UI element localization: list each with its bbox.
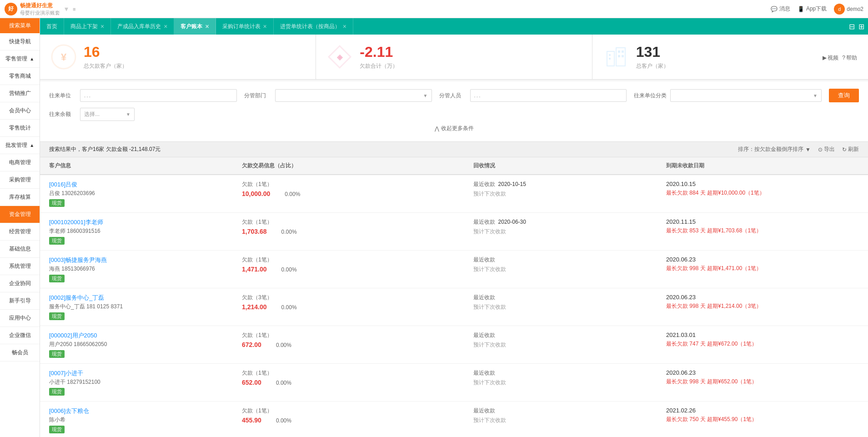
sidebar-item-retail-stats[interactable]: 零售统计 bbox=[0, 120, 40, 137]
app-download-btn[interactable]: 📱 App下载 bbox=[798, 5, 827, 13]
sidebar-item-member[interactable]: 会员中心 bbox=[0, 102, 40, 120]
message-icon: 💬 bbox=[771, 6, 778, 12]
sidebar-item-quick-nav[interactable]: 快捷导航 bbox=[0, 33, 40, 50]
sidebar-item-inventory[interactable]: 库存核算 bbox=[0, 189, 40, 206]
due-info-5: 2020.06.23 最长欠款 998 天 超期¥652.00（1笔） bbox=[666, 369, 859, 386]
filter-supplier-input[interactable]: ... bbox=[80, 89, 237, 102]
search-button[interactable]: 查询 bbox=[829, 89, 859, 102]
result-actions: 排序：按欠款金额倒序排序 ▼ ⊙ 导出 ↻ 刷新 bbox=[738, 146, 859, 153]
tab-close-customer[interactable]: × bbox=[205, 23, 209, 30]
customer-tag-4: 现货 bbox=[49, 350, 65, 358]
stat-number-total: 131 bbox=[636, 44, 669, 60]
customer-name-2[interactable]: [0003]畅捷服务尹海燕 bbox=[49, 256, 242, 264]
sidebar-item-app-center[interactable]: 应用中心 bbox=[0, 310, 40, 327]
sidebar-item-basic-info[interactable]: 基础信息 bbox=[0, 241, 40, 258]
sidebar-item-purchase[interactable]: 采购管理 bbox=[0, 171, 40, 189]
sidebar-item-retail-mgmt[interactable]: 零售管理 ▲ bbox=[0, 50, 40, 68]
customer-name-3[interactable]: [0002]服务中心_丁磊 bbox=[49, 294, 242, 302]
sort-selector[interactable]: 排序：按欠款金额倒序排序 ▼ bbox=[738, 146, 811, 153]
tab-close-goods[interactable]: × bbox=[343, 23, 346, 30]
tab-close-purchase[interactable]: × bbox=[263, 23, 267, 30]
svg-text:¥: ¥ bbox=[61, 51, 67, 63]
tab-close-products[interactable]: × bbox=[100, 23, 104, 30]
customer-name-5[interactable]: [0007]小进干 bbox=[49, 369, 242, 377]
help-btn[interactable]: ? 帮助 bbox=[842, 54, 857, 62]
logo-text: 畅捷通好生意 母婴行业演示账套 bbox=[20, 2, 60, 16]
debt-info-5: 欠款（1笔） 652.00 0.00% bbox=[242, 369, 473, 386]
sidebar-item-marketing[interactable]: 营销推广 bbox=[0, 85, 40, 102]
due-info-2: 2020.06.23 最长欠款 998 天 超期¥1,471.00（1笔） bbox=[666, 256, 859, 272]
collapse-icon: ⋀ bbox=[435, 126, 439, 132]
debt-info-6: 欠款（1笔） 455.90 0.00% bbox=[242, 407, 473, 424]
table-row: [0016]吕俊 吕俊 13026203696 现货 欠款（1笔） 10,000… bbox=[40, 175, 868, 213]
sidebar-item-retail-mall[interactable]: 零售商城 bbox=[0, 68, 40, 85]
sidebar-item-finance[interactable]: 资金管理 bbox=[0, 206, 40, 223]
tab-products[interactable]: 商品上下架 × bbox=[64, 18, 111, 35]
content-area: ¥ 16 总欠款客户（家） ◈ bbox=[40, 35, 868, 437]
filter-balance-select[interactable]: 选择... ▼ bbox=[80, 108, 135, 121]
tab-bar-end: ⊟ ⊞ bbox=[845, 22, 868, 31]
user-avatar[interactable]: d demo2 bbox=[834, 4, 863, 15]
sidebar-item-guide[interactable]: 新手引导 bbox=[0, 292, 40, 310]
sidebar-item-system[interactable]: 系统管理 bbox=[0, 258, 40, 275]
message-btn[interactable]: 💬 消息 bbox=[771, 5, 790, 13]
menu-collapse[interactable]: ≡ bbox=[73, 6, 75, 12]
export-btn[interactable]: ⊙ 导出 bbox=[818, 146, 835, 153]
customer-info-3: [0002]服务中心_丁磊 服务中心_丁磊 181 0125 8371 现货 bbox=[49, 294, 242, 320]
filter-person-input[interactable]: ... bbox=[470, 89, 627, 102]
debt-info-4: 欠款（1笔） 672.00 0.00% bbox=[242, 332, 473, 348]
stat-card-total-customers: 131 总客户（家） ▶ 视频 ? 帮助 bbox=[592, 35, 868, 79]
filter-category-select[interactable]: ▼ bbox=[670, 89, 822, 102]
filter-area: 往来单位 ... 分管部门 ▼ bbox=[40, 81, 868, 142]
tab-customer-account[interactable]: 客户账本 × bbox=[174, 18, 216, 35]
app-icon: 📱 bbox=[798, 6, 804, 12]
sidebar-search[interactable]: 搜索菜单 bbox=[0, 18, 40, 33]
store-selector[interactable]: 母婴行业演示账套 bbox=[20, 10, 60, 16]
sidebar-item-operations[interactable]: 经营管理 bbox=[0, 223, 40, 241]
sidebar-item-enterprise-collab[interactable]: 企业协同 bbox=[0, 275, 40, 292]
tab-home[interactable]: 首页 bbox=[40, 18, 64, 35]
customer-info-2: [0003]畅捷服务尹海燕 海燕 18513066976 现货 bbox=[49, 256, 242, 282]
logo: 好 畅捷通好生意 母婴行业演示账套 bbox=[5, 2, 60, 16]
customer-name-0[interactable]: [0016]吕俊 bbox=[49, 181, 242, 189]
tab-purchase-goods[interactable]: 进货单统计表（按商品） × bbox=[274, 18, 353, 35]
sidebar-item-ecommerce[interactable]: 电商管理 bbox=[0, 154, 40, 171]
diamond-icon: ◈ bbox=[327, 44, 352, 70]
customer-name-1[interactable]: [0001020001]李老师 bbox=[49, 218, 242, 226]
sidebar-item-weixin[interactable]: 企业微信 bbox=[0, 327, 40, 344]
return-info-4: 最近收款 预计下次收款 bbox=[473, 332, 666, 349]
filter-supplier: 往来单位 ... bbox=[49, 89, 237, 102]
stat-info-1: 16 总欠款客户（家） bbox=[84, 44, 127, 70]
customer-info-6: [0006]去下粮仓 陈小希 现货 bbox=[49, 407, 242, 433]
filter-dept-select[interactable]: ▼ bbox=[275, 89, 432, 102]
tab-production[interactable]: 产成品入库单历史 × bbox=[111, 18, 174, 35]
customer-name-4[interactable]: [000002]用户2050 bbox=[49, 332, 242, 340]
svg-rect-7 bbox=[609, 58, 611, 60]
tab-minimize-icon[interactable]: ⊟ bbox=[849, 22, 855, 31]
filter-person: 分管人员 ... bbox=[439, 89, 627, 102]
collapse-btn[interactable]: ⋀ 收起更多条件 bbox=[49, 123, 859, 134]
return-info-1: 最近收款 2020-06-30 预计下次收款 bbox=[473, 218, 666, 236]
stat-number-customers: 16 bbox=[84, 44, 127, 60]
tab-maximize-icon[interactable]: ⊞ bbox=[858, 22, 864, 31]
customer-info-0: [0016]吕俊 吕俊 13026203696 现货 bbox=[49, 181, 242, 207]
top-bar: 好 畅捷通好生意 母婴行业演示账套 ▾ ≡ 💬 消息 📱 App下载 d dem… bbox=[0, 0, 868, 18]
video-btn[interactable]: ▶ 视频 bbox=[823, 54, 838, 62]
customer-phone-3: 服务中心_丁磊 181 0125 8371 bbox=[49, 303, 242, 311]
layout: 搜索菜单 快捷导航 零售管理 ▲ 零售商城 营销推广 会员中心 零售统计 批发管… bbox=[0, 18, 868, 437]
avatar: d bbox=[834, 4, 845, 15]
store-dropdown-arrow[interactable]: ▾ bbox=[65, 5, 68, 13]
refresh-btn[interactable]: ↻ 刷新 bbox=[842, 146, 859, 153]
customer-tag-0: 现货 bbox=[49, 199, 65, 207]
customer-tag-5: 现货 bbox=[49, 388, 65, 396]
sidebar-item-wholesale[interactable]: 批发管理 ▲ bbox=[0, 137, 40, 154]
return-info-3: 最近收款 预计下次收款 bbox=[473, 294, 666, 311]
customer-tag-2: 现货 bbox=[49, 275, 65, 282]
stat-label-debt: 欠款合计（万） bbox=[360, 62, 398, 70]
tab-purchase-stats[interactable]: 采购订单统计表 × bbox=[216, 18, 274, 35]
tab-close-production[interactable]: × bbox=[164, 23, 167, 30]
customer-name-6[interactable]: [0006]去下粮仓 bbox=[49, 407, 242, 415]
main-wrapper: 首页 商品上下架 × 产成品入库单历史 × 客户账本 × 采购订单统计表 × 进… bbox=[40, 18, 868, 437]
chevron-down-icon: ▲ bbox=[30, 56, 34, 61]
sidebar-item-member2[interactable]: 畅会员 bbox=[0, 344, 40, 362]
